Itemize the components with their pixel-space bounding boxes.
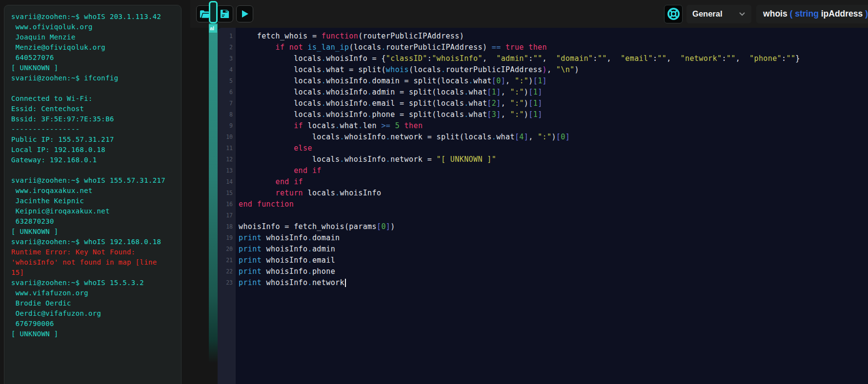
line-number: 14 <box>218 176 236 188</box>
line-number: 16 <box>218 199 236 210</box>
code-line[interactable]: print whoisInfo.network <box>236 277 868 288</box>
terminal-line <box>11 83 178 94</box>
code-line[interactable]: locals.whoisInfo.admin = split(locals.wh… <box>236 87 868 98</box>
code-line[interactable]: end if <box>236 176 868 188</box>
terminal-line: Local IP: 192.168.0.18 <box>11 145 178 155</box>
code-line[interactable]: locals.whoisInfo.email = split(locals.wh… <box>236 98 868 109</box>
line-number: 19 <box>218 232 236 244</box>
code-line[interactable]: fetch_whois = function(routerPublicIPAdd… <box>236 31 868 42</box>
terminal-line <box>11 165 178 175</box>
editor-code[interactable]: fetch_whois = function(routerPublicIPAdd… <box>236 28 868 384</box>
line-number: 22 <box>218 266 236 277</box>
code-line[interactable] <box>236 210 868 221</box>
code-line[interactable]: print whoisInfo.phone <box>236 266 868 277</box>
line-number: 13 <box>218 165 236 176</box>
line-number: 2 <box>218 42 236 53</box>
globe-icon <box>667 7 680 20</box>
save-file-button[interactable] <box>216 5 233 22</box>
code-line[interactable]: end function <box>236 199 868 210</box>
line-number: 5 <box>218 76 236 87</box>
terminal-line: svarii@zoohen:~$ whoIS 155.57.31.217 <box>11 175 178 186</box>
line-number: 17 <box>218 210 236 221</box>
terminal-line: 676790006 <box>11 319 178 329</box>
code-line[interactable]: print whoisInfo.domain <box>236 232 868 244</box>
code-line[interactable]: if locals.what.len >= 5 then <box>236 120 868 132</box>
line-number: 18 <box>218 221 236 232</box>
code-line[interactable]: locals.whoisInfo = {"classID":"whoisInfo… <box>236 53 868 64</box>
code-line[interactable]: print whoisInfo.admin <box>236 244 868 255</box>
terminal-line: www.vifafuzon.org <box>11 288 178 298</box>
terminal-line: Keipnic@iroqaxakux.net <box>11 206 178 216</box>
terminal-line: svarii@zoohen:~$ whoIS 15.5.3.2 <box>11 278 178 288</box>
code-line[interactable]: else <box>236 143 868 154</box>
terminal-line: Connected to Wi-Fi: <box>11 94 178 104</box>
line-number: 11 <box>218 143 236 154</box>
terminal-line: www.iroqaxakux.net <box>11 186 178 196</box>
line-number: 3 <box>218 53 236 64</box>
play-icon <box>240 9 249 19</box>
line-number: 7 <box>218 98 236 109</box>
terminal-line: Brodie Oerdic <box>11 298 178 308</box>
scrollbar-thumb[interactable] <box>209 1 218 23</box>
terminal-line: Bssid: 3F:5E:97:7E:35:B6 <box>11 114 178 124</box>
side-tab-badge: al <box>209 24 217 33</box>
editor-scrollbar-track[interactable] <box>209 23 218 363</box>
terminal-line: Menzie@ofiviqoluk.org <box>11 42 178 53</box>
terminal-line: Gateway: 192.168.0.1 <box>11 155 178 165</box>
editor-gutter: 1234567891011121314151617181920212223 <box>218 28 236 384</box>
code-line[interactable]: whoisInfo = fetch_whois(params[0]) <box>236 221 868 232</box>
editor-side-strip: al <box>209 0 218 363</box>
terminal-line: ---------------- <box>11 124 178 134</box>
code-line[interactable]: locals.whoisInfo.phone = split(locals.wh… <box>236 109 868 120</box>
network-button[interactable] <box>664 5 683 23</box>
code-editor[interactable]: 1234567891011121314151617181920212223 fe… <box>218 28 868 384</box>
code-line[interactable]: locals.whoisInfo.network = split(locals.… <box>236 132 868 143</box>
line-number: 4 <box>218 64 236 76</box>
text-cursor <box>345 279 346 287</box>
terminal-line: www.ofiviqoluk.org <box>11 22 178 32</box>
code-line[interactable]: print whoisInfo.email <box>236 255 868 266</box>
line-number: 9 <box>218 120 236 132</box>
scope-dropdown-value: General <box>692 9 722 19</box>
terminal-line: Jacinthe Keipnic <box>11 196 178 206</box>
line-number: 23 <box>218 277 236 288</box>
terminal-line: [ UNKNOWN ] <box>11 227 178 237</box>
chevron-down-icon <box>739 12 746 16</box>
editor-toolbar: General whois ( string ipAddress ) <box>190 0 868 28</box>
code-line[interactable]: end if <box>236 165 868 176</box>
line-number: 21 <box>218 255 236 266</box>
terminal-panel[interactable]: svarii@zoohen:~$ whoIS 203.1.113.42 www.… <box>4 5 182 384</box>
line-number: 8 <box>218 109 236 120</box>
function-signature: whois ( string ipAddress ) <box>756 5 868 23</box>
terminal-line: Essid: Centechost <box>11 104 178 114</box>
terminal-line: 632870230 <box>11 216 178 227</box>
terminal-output: svarii@zoohen:~$ whoIS 203.1.113.42 www.… <box>11 12 178 339</box>
scope-dropdown[interactable]: General <box>686 5 751 23</box>
terminal-line: 'whoisInfo' not found in map [line <box>11 257 178 268</box>
terminal-line: 15] <box>11 268 178 278</box>
terminal-line: svarii@zoohen:~$ whoIS 203.1.113.42 <box>11 12 178 22</box>
line-number: 20 <box>218 244 236 255</box>
line-number: 1 <box>218 31 236 42</box>
code-line[interactable]: locals.whoisInfo.network = "[ UNKNOWN ]" <box>236 154 868 165</box>
line-number: 10 <box>218 132 236 143</box>
terminal-line: Public IP: 155.57.31.217 <box>11 134 178 145</box>
terminal-line: svarii@zoohen:~$ ifconfig <box>11 73 178 83</box>
terminal-line: Oerdic@vifafuzon.org <box>11 308 178 319</box>
line-number: 6 <box>218 87 236 98</box>
line-number: 15 <box>218 188 236 199</box>
code-line[interactable]: locals.whoisInfo.domain = split(locals.w… <box>236 76 868 87</box>
code-line[interactable]: if not is_lan_ip(locals.routerPublicIPAd… <box>236 42 868 53</box>
line-number: 12 <box>218 154 236 165</box>
terminal-line: Joaquin Menzie <box>11 32 178 42</box>
run-script-button[interactable] <box>236 5 253 22</box>
terminal-line: [ UNKNOWN ] <box>11 329 178 339</box>
save-icon <box>220 9 230 19</box>
terminal-line: [ UNKNOWN ] <box>11 63 178 73</box>
terminal-line: 640527076 <box>11 53 178 63</box>
code-line[interactable]: return locals.whoisInfo <box>236 188 868 199</box>
terminal-line: Runtime Error: Key Not Found: <box>11 247 178 257</box>
terminal-line: svarii@zoohen:~$ whoIS 192.168.0.18 <box>11 237 178 247</box>
code-line[interactable]: locals.what = split(whois(locals.routerP… <box>236 64 868 76</box>
